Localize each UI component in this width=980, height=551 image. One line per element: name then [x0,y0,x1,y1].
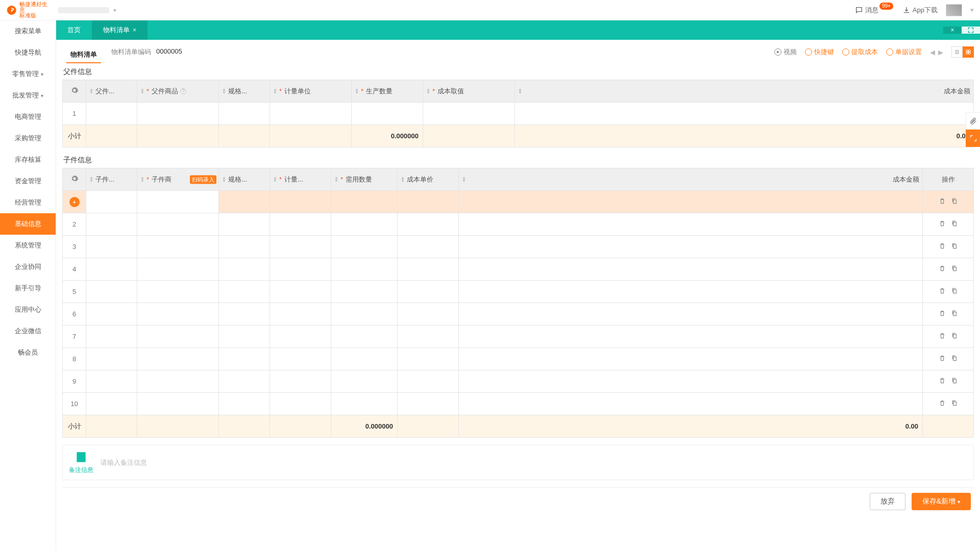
doc-setting-button[interactable]: 单据设置 [886,47,922,57]
list-view-button[interactable] [951,46,963,58]
copy-row-button[interactable] [951,265,958,273]
shortcut-button[interactable]: 快捷键 [805,47,834,57]
sidebar-item[interactable]: 采购管理 [0,128,56,149]
expand-panel-button[interactable] [966,130,980,147]
sidebar-item[interactable]: 应用中心 [0,299,56,320]
col-child-name[interactable]: ▲▼*子件商扫码录入 [137,168,219,191]
sidebar-item[interactable]: 企业微信 [0,320,56,342]
fullscreen-icon[interactable] [962,27,980,34]
close-icon[interactable]: × [133,27,136,34]
table-row[interactable]: 5 [63,281,974,303]
copy-row-button[interactable] [951,197,958,206]
next-record-button[interactable]: ▶ [938,48,943,56]
sidebar-item[interactable]: 畅会员 [0,342,56,363]
copy-row-button[interactable] [951,287,958,296]
table-row[interactable]: 7 [63,325,974,348]
chevron-down-icon: ▾ [41,93,43,98]
sidebar-item[interactable]: 资金管理 [0,170,56,192]
col-child-unit[interactable]: ▲▼*计量... [270,168,331,191]
brand-edition: 标准版 [19,13,53,18]
extract-cost-button[interactable]: 提取成本 [842,47,878,57]
subtab-bom[interactable]: 物料清单 [62,45,105,64]
prev-record-button[interactable]: ◀ [930,48,935,56]
table-row[interactable]: 10 [63,393,974,415]
parent-section-title: 父件信息 [62,64,974,80]
col-parent-spec[interactable]: ▲▼规格... [219,80,270,103]
message-icon [855,6,863,14]
table-row[interactable]: + [63,191,974,213]
delete-row-button[interactable] [939,355,946,363]
delete-row-button[interactable] [939,287,946,296]
col-child-amt[interactable]: ▲▼成本金额 [459,168,923,191]
sidebar-item[interactable]: 企业协同 [0,256,56,278]
discard-button[interactable]: 放弃 [870,493,905,510]
sidebar-item[interactable]: 搜索菜单 [0,20,56,42]
copy-row-button[interactable] [951,399,958,408]
tab-bom[interactable]: 物料清单 × [92,20,148,40]
video-button[interactable]: 视频 [774,47,797,57]
col-child-code[interactable]: ▲▼子件... [86,168,137,191]
col-parent-qty[interactable]: ▲▼*生产数量 [352,80,423,103]
sidebar-item[interactable]: 系统管理 [0,235,56,256]
copy-row-button[interactable] [951,310,958,318]
scan-input-button[interactable]: 扫码录入 [190,175,216,184]
sidebar-item[interactable]: 快捷导航 [0,42,56,63]
messages-button[interactable]: 消息 99+ [855,6,894,15]
table-row[interactable]: 1 [63,103,974,125]
sidebar-item[interactable]: 经营管理 [0,192,56,213]
chevron-down-icon: ▾ [41,71,43,77]
col-child-spec[interactable]: ▲▼规格... [219,168,270,191]
col-parent-cost-amt[interactable]: ▲▼成本金额 [515,80,974,103]
sidebar-item[interactable]: 库存核算 [0,149,56,170]
col-child-qty[interactable]: ▲▼*需用数量 [331,168,398,191]
sidebar-item[interactable]: 电商管理 [0,106,56,128]
tenant-selector[interactable]: ▾ [58,3,150,17]
sidebar-item[interactable]: 新手引导 [0,278,56,299]
delete-row-button[interactable] [939,377,946,386]
ring-icon [805,48,812,56]
gear-icon[interactable] [70,88,79,96]
delete-row-button[interactable] [939,220,946,229]
copy-row-button[interactable] [951,355,958,363]
delete-row-button[interactable] [939,399,946,408]
form-view-button[interactable] [963,46,974,58]
app-header: 畅捷通好生意 标准版 ▾ 消息 99+ App下载 ▾ [0,0,980,20]
col-parent-code[interactable]: ▲▼父件... [86,80,137,103]
delete-row-button[interactable] [939,242,946,251]
copy-row-button[interactable] [951,332,958,341]
col-parent-name[interactable]: ▲▼*父件商品? [137,80,219,103]
delete-row-button[interactable] [939,332,946,341]
table-row[interactable]: 6 [63,303,974,325]
add-row-button[interactable]: + [69,197,80,207]
tab-home[interactable]: 首页 [56,20,92,40]
help-icon[interactable]: ? [180,88,186,94]
avatar[interactable] [946,4,962,16]
sidebar-item[interactable]: 基础信息 [0,213,56,235]
delete-row-button[interactable] [939,265,946,273]
copy-row-button[interactable] [951,242,958,251]
col-parent-cost-src[interactable]: ▲▼*成本取值 [423,80,515,103]
col-parent-unit[interactable]: ▲▼*计量单位 [270,80,352,103]
doc-code-label: 物料清单编码 [111,47,151,57]
gear-icon[interactable] [70,177,79,184]
child-section-title: 子件信息 [62,153,974,168]
col-child-price[interactable]: ▲▼成本单价 [398,168,459,191]
table-row[interactable]: 4 [63,258,974,281]
table-row[interactable]: 3 [63,236,974,258]
table-row[interactable]: 2 [63,213,974,236]
table-row[interactable]: 8 [63,348,974,370]
delete-row-button[interactable] [939,197,946,206]
save-and-new-button[interactable]: 保存&新增▾ [912,493,971,510]
attachment-button[interactable] [966,112,980,130]
chevron-down-icon[interactable]: ▾ [970,6,974,14]
brand-logo: 畅捷通好生意 标准版 [6,1,52,19]
app-download-button[interactable]: App下载 [902,6,938,15]
sidebar-item[interactable]: 零售管理▾ [0,63,56,85]
remarks-input[interactable] [101,454,967,472]
table-row[interactable]: 9 [63,370,974,393]
sidebar-item[interactable]: 批发管理▾ [0,85,56,106]
copy-row-button[interactable] [951,377,958,386]
tab-close-all-button[interactable]: × [943,27,962,34]
delete-row-button[interactable] [939,310,946,318]
copy-row-button[interactable] [951,220,958,229]
